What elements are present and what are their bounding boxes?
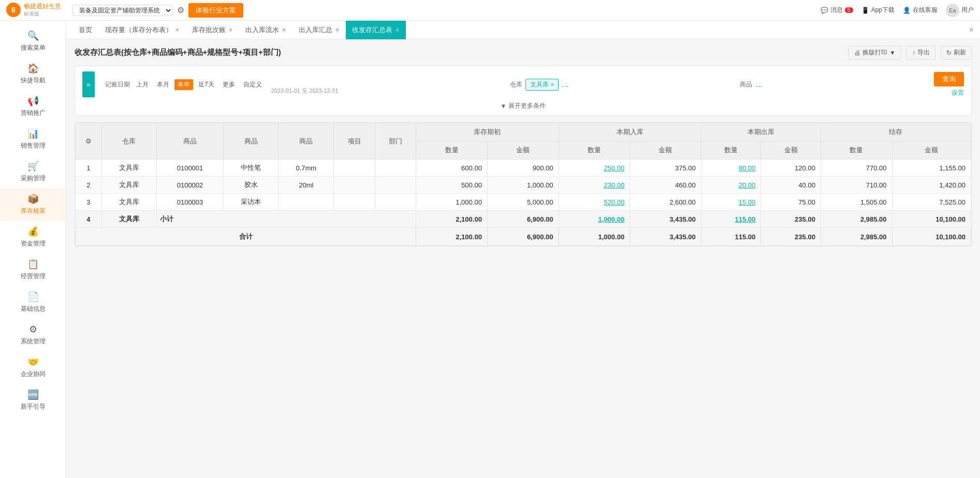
date-range-display: 2023-01-01 至 2023-12-31 xyxy=(271,87,339,95)
notification-item[interactable]: 💬 消息 5 xyxy=(821,6,853,15)
th-out-qty: 数量 xyxy=(701,141,761,160)
shortcut-last-month[interactable]: 上月 xyxy=(133,79,152,90)
tab-flow[interactable]: 出入库流水 × xyxy=(239,21,292,39)
tab-batch[interactable]: 库存批次账 × xyxy=(186,21,239,39)
row-in-qty[interactable]: 520.00 xyxy=(559,194,630,211)
row-bal-qty: 710.00 xyxy=(821,177,892,194)
th-init-amt: 金额 xyxy=(487,141,559,160)
filter-collapse-button[interactable]: » xyxy=(82,71,95,97)
th-in-amt: 金额 xyxy=(630,141,701,160)
th-bal-amt: 金额 xyxy=(892,141,971,160)
warehouse-tag-close[interactable]: × xyxy=(551,81,554,88)
logo-area: 6 畅捷通好生意 标准版 xyxy=(6,3,72,17)
sidebar-item-search[interactable]: 🔍 搜索菜单 xyxy=(0,25,66,57)
expand-more-conditions[interactable]: ▼ 展开更多条件 xyxy=(501,102,546,110)
subtotal-out-qty[interactable]: 115.00 xyxy=(701,211,761,228)
gear-button[interactable]: ⚙ xyxy=(177,5,184,15)
print-button[interactable]: 🖨 换版打印 ▼ xyxy=(849,46,901,60)
shortcut-last-7-days[interactable]: 近7天 xyxy=(195,79,217,90)
sidebar-item-sales[interactable]: 📊 销售管理 xyxy=(0,123,66,155)
tab-home[interactable]: 首页 xyxy=(72,21,99,39)
th-project: 项目 xyxy=(334,123,375,160)
row-init-amt: 5,000.00 xyxy=(487,194,559,211)
table-footer: 合计 2,100.00 6,900.00 1,000.00 3,435.00 1… xyxy=(76,228,971,246)
sidebar-item-inventory[interactable]: 📦 库存核算 xyxy=(0,188,66,221)
cooperation-icon: 🤝 xyxy=(27,356,39,368)
th-goods-name: 商品 xyxy=(224,123,279,160)
row-out-qty[interactable]: 20.00 xyxy=(701,177,761,194)
tab-recv-send-close[interactable]: × xyxy=(396,26,399,34)
sidebar-item-guide[interactable]: 🆕 新手引导 xyxy=(0,384,66,416)
sidebar-item-cooperation[interactable]: 🤝 企业协同 xyxy=(0,351,66,384)
query-button[interactable]: 查询 xyxy=(934,72,964,86)
row-code: 0100002 xyxy=(156,177,224,194)
sidebar-item-purchase[interactable]: 🛒 采购管理 xyxy=(0,155,66,188)
tab-batch-close[interactable]: × xyxy=(229,26,232,34)
export-button[interactable]: ↑ 导出 xyxy=(906,46,935,60)
inventory-icon: 📦 xyxy=(27,193,39,205)
filter-row-1: » 记账日期 上月 本月 本年 近7天 更多 自定义 xyxy=(82,71,964,97)
row-in-qty[interactable]: 230.00 xyxy=(559,177,630,194)
chevron-down-icon: ▼ xyxy=(889,49,896,56)
finance-icon: 💰 xyxy=(27,226,39,237)
shortcut-more[interactable]: 更多 xyxy=(220,79,238,90)
table-body: 1 文具库 0100001 中性笔 0.7mm 600.00 900.00 25… xyxy=(76,160,971,228)
tab-bar: 首页 现存量（库存分布表） × 库存批次账 × 出入库流水 × 出入库汇总 × … xyxy=(66,21,980,39)
warehouse-filter: 仓库 文具库 × ... xyxy=(510,79,569,91)
sidebar-item-system[interactable]: ⚙ 系统管理 xyxy=(0,318,66,351)
row-out-amt: 120.00 xyxy=(761,160,821,177)
warehouse-ellipsis[interactable]: ... xyxy=(562,80,568,89)
date-filter: 记账日期 上月 本月 本年 近7天 更多 自定义 xyxy=(105,79,265,90)
date-label: 记账日期 xyxy=(105,80,130,89)
sidebar-item-quick-nav[interactable]: 🏠 快捷导航 xyxy=(0,57,66,90)
row-code: 0100003 xyxy=(156,194,224,211)
shortcut-this-month[interactable]: 本月 xyxy=(154,79,172,90)
refresh-button[interactable]: ↻ 刷新 xyxy=(941,46,972,60)
sidebar-item-operations[interactable]: 📋 经营管理 xyxy=(0,253,66,286)
tab-recv-send[interactable]: 收发存汇总表 × xyxy=(346,21,406,39)
tab-in-out-summary[interactable]: 出入库汇总 × xyxy=(292,21,346,39)
sidebar-item-marketing[interactable]: 📢 营销推广 xyxy=(0,90,66,123)
row-code: 0100001 xyxy=(156,160,224,177)
goods-ellipsis[interactable]: ... xyxy=(755,80,762,89)
subtotal-init-amt: 6,900.00 xyxy=(487,211,559,228)
sidebar-item-basic-info[interactable]: 📄 基础信息 xyxy=(0,286,66,318)
row-out-qty[interactable]: 15.00 xyxy=(701,194,761,211)
sidebar-item-finance[interactable]: 💰 资金管理 xyxy=(0,221,66,253)
tab-in-out-close[interactable]: × xyxy=(335,26,339,34)
subtotal-in-qty[interactable]: 1,000.00 xyxy=(559,211,630,228)
row-bal-qty: 770.00 xyxy=(821,160,892,177)
settings-link[interactable]: 设置 xyxy=(952,89,964,97)
subtotal-no: 4 xyxy=(76,211,102,228)
tab-close-all[interactable]: × xyxy=(969,25,974,35)
try-button[interactable]: 体验行业方案 xyxy=(188,3,243,18)
user-item[interactable]: Ea 用户 xyxy=(946,4,974,17)
row-warehouse: 文具库 xyxy=(101,177,156,194)
row-goods: 胶水 xyxy=(224,177,279,194)
row-out-qty[interactable]: 80.00 xyxy=(701,160,761,177)
row-init-qty: 600.00 xyxy=(416,160,488,177)
th-settings[interactable]: ⚙ xyxy=(76,123,102,160)
footer-label: 合计 xyxy=(76,228,416,246)
shortcut-custom[interactable]: 自定义 xyxy=(240,79,265,90)
tab-stock-dist[interactable]: 现存量（库存分布表） × xyxy=(99,21,186,39)
logo-icon: 6 xyxy=(6,3,21,17)
subtotal-bal-amt: 10,100.00 xyxy=(892,211,971,228)
header-actions: 🖨 换版打印 ▼ ↑ 导出 ↻ 刷新 xyxy=(849,46,972,60)
system-title-dropdown[interactable]: 装备及固定资产辅助管理系统 xyxy=(72,5,173,16)
top-right: 💬 消息 5 📱 App下载 👤 在线客服 Ea 用户 xyxy=(821,4,974,17)
tab-flow-close[interactable]: × xyxy=(282,26,286,34)
row-bal-amt: 1,420.00 xyxy=(892,177,971,194)
row-in-qty[interactable]: 250.00 xyxy=(559,160,630,177)
table-row: 3 文具库 0100003 采访本 1,000.00 5,000.00 520.… xyxy=(76,194,971,211)
home-icon: 🏠 xyxy=(27,63,39,74)
shortcut-this-year[interactable]: 本年 xyxy=(174,79,193,90)
service-icon: 👤 xyxy=(903,7,911,14)
th-out-stock: 本期出库 xyxy=(701,123,821,141)
tab-stock-dist-close[interactable]: × xyxy=(175,26,179,34)
th-goods-code: 商品 xyxy=(156,123,224,160)
app-download-item[interactable]: 📱 App下载 xyxy=(861,6,895,15)
row-in-amt: 375.00 xyxy=(630,160,701,177)
online-service-item[interactable]: 👤 在线客服 xyxy=(903,6,938,15)
row-bal-qty: 1,505.00 xyxy=(821,194,892,211)
